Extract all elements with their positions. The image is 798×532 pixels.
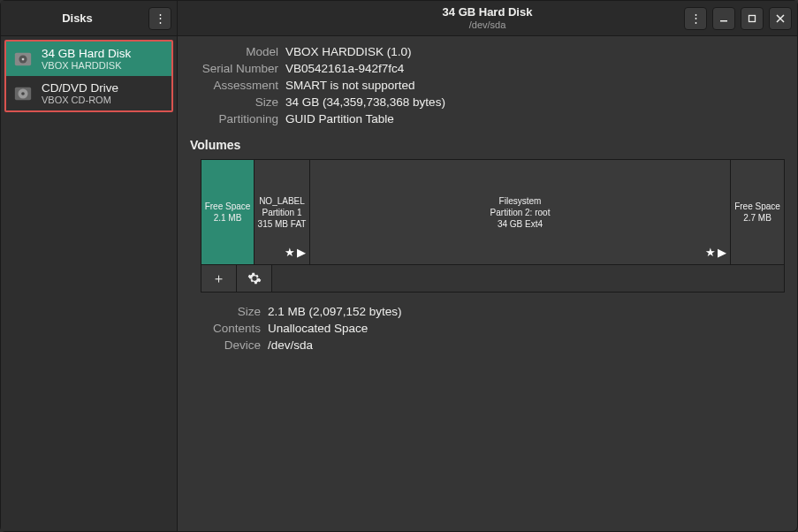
segment-desc: Partition 1 <box>262 207 301 218</box>
svg-rect-1 <box>749 15 756 21</box>
app-title: Disks <box>6 11 148 25</box>
svg-point-4 <box>22 57 25 60</box>
vol-row-device: Device /dev/sda <box>190 338 785 352</box>
segment-size: 34 GB Ext4 <box>498 218 543 230</box>
serial-label: Serial Number <box>190 62 278 75</box>
optical-icon <box>13 84 33 103</box>
sidebar-item-subtitle: VBOX CD-ROM <box>42 95 118 105</box>
star-icon[interactable]: ★ <box>285 246 295 261</box>
info-row-partitioning: Partitioning GUID Partition Table <box>190 112 785 125</box>
minimize-icon <box>719 14 728 23</box>
window-controls: ⋮ <box>684 7 792 30</box>
part-label: Partitioning <box>190 112 278 125</box>
model-value: VBOX HARDDISK (1.0) <box>285 45 412 58</box>
sidebar-item-text: CD/DVD Drive VBOX CD-ROM <box>42 81 118 105</box>
segment-size: 315 MB FAT <box>258 218 307 230</box>
gear-icon <box>247 271 262 285</box>
disk-menu-button[interactable]: ⋮ <box>684 7 707 30</box>
annotation-highlight: 34 GB Hard Disk VBOX HARDDISK CD/DVD Dri… <box>4 40 173 112</box>
vol-device-value: /dev/sda <box>268 338 313 352</box>
size-value: 34 GB (34,359,738,368 bytes) <box>285 95 445 109</box>
segment-desc: Partition 2: root <box>490 207 551 218</box>
plus-icon: ＋ <box>212 270 225 287</box>
close-button[interactable] <box>769 7 792 30</box>
sidebar: 34 GB Hard Disk VBOX HARDDISK CD/DVD Dri… <box>1 36 178 531</box>
header-right: 34 GB Hard Disk /dev/sda ⋮ <box>178 1 797 35</box>
star-icon[interactable]: ★ <box>705 246 716 261</box>
menu-icon: ⋮ <box>690 11 702 25</box>
info-row-size: Size 34 GB (34,359,738,368 bytes) <box>190 95 785 109</box>
maximize-button[interactable] <box>741 7 764 30</box>
vol-row-size: Size 2.1 MB (2,097,152 bytes) <box>190 305 785 318</box>
sidebar-item-cd-dvd[interactable]: CD/DVD Drive VBOX CD-ROM <box>6 76 171 110</box>
volumes-bar: Free Space 2.1 MB NO_LABEL Partition 1 3… <box>201 159 785 265</box>
header-title-group: 34 GB Hard Disk /dev/sda <box>443 5 533 31</box>
vol-row-contents: Contents Unallocated Space <box>190 322 785 335</box>
volume-segment-partition-2[interactable]: Filesystem Partition 2: root 34 GB Ext4 … <box>310 160 731 264</box>
content: Model VBOX HARDDISK (1.0) Serial Number … <box>178 36 797 531</box>
segment-label: Filesystem <box>499 195 542 207</box>
disk-title: 34 GB Hard Disk <box>443 5 533 19</box>
headerbar: Disks ⋮ 34 GB Hard Disk /dev/sda ⋮ <box>1 1 797 36</box>
sidebar-item-title: CD/DVD Drive <box>42 81 118 95</box>
sidebar-menu-button[interactable]: ⋮ <box>148 7 171 30</box>
segment-actions: ★ ▶ <box>705 246 726 261</box>
info-row-serial: Serial Number VB0542161a-942f7fc4 <box>190 62 785 75</box>
maximize-icon <box>748 14 756 23</box>
disk-subtitle: /dev/sda <box>443 19 533 31</box>
volume-info: Size 2.1 MB (2,097,152 bytes) Contents U… <box>190 305 785 352</box>
minimize-button[interactable] <box>712 7 735 30</box>
volume-segment-partition-1[interactable]: NO_LABEL Partition 1 315 MB FAT ★ ▶ <box>255 160 310 264</box>
settings-button[interactable] <box>237 265 272 292</box>
segment-label: NO_LABEL <box>259 195 305 207</box>
play-icon[interactable]: ▶ <box>718 246 726 261</box>
sidebar-item-subtitle: VBOX HARDDISK <box>42 60 131 71</box>
header-left: Disks ⋮ <box>1 1 178 35</box>
sidebar-item-title: 34 GB Hard Disk <box>42 47 131 60</box>
window: Disks ⋮ 34 GB Hard Disk /dev/sda ⋮ <box>0 0 798 532</box>
serial-value: VB0542161a-942f7fc4 <box>285 62 404 75</box>
segment-label: Free Space <box>205 201 251 212</box>
vol-contents-label: Contents <box>190 322 261 335</box>
part-value: GUID Partition Table <box>285 112 394 125</box>
volumes-area: Free Space 2.1 MB NO_LABEL Partition 1 3… <box>201 159 785 293</box>
disk-icon <box>13 49 33 69</box>
sidebar-item-hard-disk[interactable]: 34 GB Hard Disk VBOX HARDDISK <box>6 42 171 76</box>
close-icon <box>776 14 785 23</box>
segment-actions: ★ ▶ <box>285 246 306 261</box>
vol-contents-value: Unallocated Space <box>268 322 368 335</box>
segment-size: 2.1 MB <box>214 212 242 224</box>
menu-icon: ⋮ <box>155 11 166 25</box>
volume-toolbar: ＋ <box>201 265 785 293</box>
model-label: Model <box>190 45 278 58</box>
info-row-model: Model VBOX HARDDISK (1.0) <box>190 45 785 58</box>
play-icon[interactable]: ▶ <box>297 246 306 261</box>
body: 34 GB Hard Disk VBOX HARDDISK CD/DVD Dri… <box>1 36 797 531</box>
size-label: Size <box>190 95 278 109</box>
assess-value: SMART is not supported <box>285 79 415 92</box>
vol-device-label: Device <box>190 338 261 352</box>
sidebar-item-text: 34 GB Hard Disk VBOX HARDDISK <box>42 47 131 71</box>
segment-size: 2.7 MB <box>743 212 771 224</box>
assess-label: Assessment <box>190 79 278 92</box>
vol-size-label: Size <box>190 305 261 318</box>
vol-size-value: 2.1 MB (2,097,152 bytes) <box>268 305 402 318</box>
volume-segment-free-space-2[interactable]: Free Space 2.7 MB <box>731 160 784 264</box>
volumes-title: Volumes <box>190 138 785 152</box>
volume-segment-free-space-1[interactable]: Free Space 2.1 MB <box>201 160 255 264</box>
svg-rect-0 <box>720 20 727 22</box>
info-row-assessment: Assessment SMART is not supported <box>190 79 785 92</box>
segment-label: Free Space <box>734 201 780 212</box>
svg-point-7 <box>21 92 25 95</box>
create-partition-button[interactable]: ＋ <box>201 265 237 292</box>
